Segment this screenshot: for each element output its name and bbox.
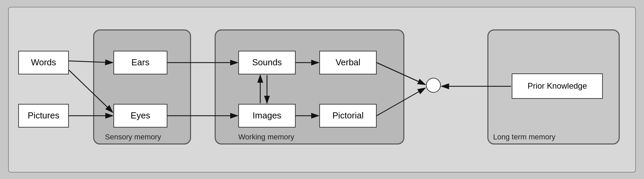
pictorial-box: Pictorial (319, 104, 377, 128)
circle-node (426, 78, 441, 93)
sounds-box: Sounds (238, 51, 296, 74)
words-box: Words (18, 51, 69, 74)
longterm-memory-label: Long term memory (493, 133, 556, 141)
sensory-memory-label: Sensory memory (105, 133, 161, 141)
images-box: Images (238, 104, 296, 128)
prior-knowledge-box: Prior Knowledge (512, 73, 603, 99)
eyes-box: Eyes (113, 104, 167, 128)
diagram-container: Sensory memory Working memory Long term … (8, 7, 636, 173)
working-memory-label: Working memory (238, 133, 294, 141)
ears-box: Ears (113, 51, 167, 74)
pictures-box: Pictures (18, 104, 69, 128)
verbal-box: Verbal (319, 51, 377, 74)
